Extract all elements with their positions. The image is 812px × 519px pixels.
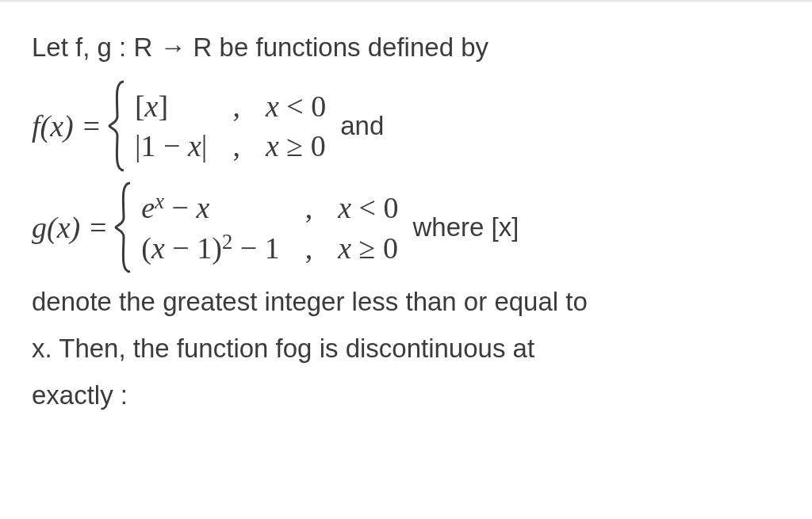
f-row2-expr: |1 − x| [135,128,208,163]
f-cases: [x] , x < 0 |1 − x| , x ≥ 0 [133,84,327,168]
g-row2-comma: , [305,231,313,265]
g-after: where [x] [413,212,519,242]
tail-line-2: x. Then, the function fog is discontinuo… [32,328,780,368]
g-lhs: g(x) = [32,210,108,245]
f-row1-expr: [x] [135,89,208,124]
g-cases: ex − x , x < 0 (x − 1)2 − 1 , x ≥ 0 [140,185,400,270]
f-lhs: f(x) = [32,109,102,143]
g-row2-cond: x ≥ 0 [338,231,398,265]
intro-prefix: Let f, g : R [32,32,152,62]
top-shadow [0,0,812,3]
g-row1-expr: ex − x [141,189,279,225]
f-row1-cond: x < 0 [266,89,326,124]
f-after: and [340,111,384,141]
brace-icon [106,78,128,174]
brace-icon [113,180,135,275]
tail-line-3: exactly : [32,375,780,415]
intro-line: Let f, g : R → R be functions defined by [32,27,780,67]
f-row2-comma: , [232,128,240,163]
g-row2-expr: (x − 1)2 − 1 [141,230,279,265]
question-page: Let f, g : R → R be functions defined by… [0,0,812,432]
f-definition: f(x) = [x] , x < 0 |1 − x| , x ≥ 0 and [32,78,780,174]
intro-suffix: R be functions defined by [186,32,488,62]
f-row2-cond: x ≥ 0 [266,128,326,163]
f-row1-comma: , [232,89,240,124]
g-row1-comma: , [305,190,313,225]
g-definition: g(x) = ex − x , x < 0 (x − 1)2 − 1 , x ≥… [32,180,780,275]
arrow-icon: → [159,32,186,62]
g-row1-cond: x < 0 [338,190,398,225]
tail-line-1: denote the greatest integer less than or… [32,281,780,322]
